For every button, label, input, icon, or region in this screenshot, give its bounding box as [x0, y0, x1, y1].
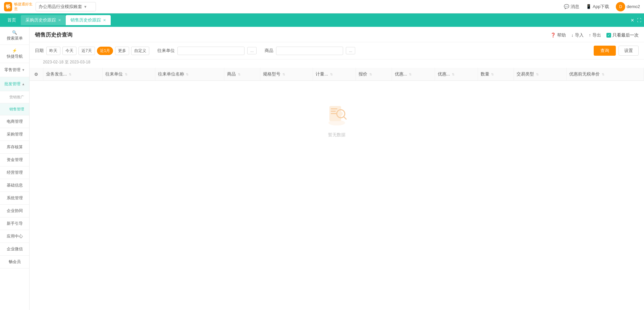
date-btn-more[interactable]: 更多	[115, 47, 129, 55]
table-col-settings[interactable]: ⚙	[30, 68, 43, 81]
table-col-discount1[interactable]: 优惠... ⇅	[392, 68, 435, 81]
message-button[interactable]: 💬 消息	[564, 4, 579, 10]
sidebar-item-system[interactable]: 系统管理	[0, 192, 29, 205]
tab-purchase-history-label: 采购历史价跟踪	[25, 17, 56, 23]
date-filter-label: 日期	[35, 48, 44, 54]
product-input[interactable]	[276, 47, 343, 55]
sidebar-item-enterprise[interactable]: 企业协同	[0, 205, 29, 217]
table-col-partner-name[interactable]: 往来单位名称 ⇅	[155, 68, 224, 81]
table-col-partner-code[interactable]: 往来单位 ⇅	[102, 68, 155, 81]
sort-icon: ⇅	[69, 72, 71, 76]
sidebar-item-purchase[interactable]: 采购管理	[0, 128, 29, 141]
app-selector[interactable]: 办公用品行业模拟账套 ▼	[36, 2, 96, 11]
table-col-trade-type[interactable]: 交易类型 ⇅	[514, 68, 567, 81]
table-col-quote-price-label: 报价	[359, 71, 367, 76]
sidebar-item-inventory[interactable]: 库存核算	[0, 141, 29, 154]
tab-bar: 首页 采购历史价跟踪 ✕ 销售历史价跟踪 ✕ ✕ ⛶	[0, 13, 644, 27]
help-icon: ❓	[550, 33, 556, 38]
sidebar-item-member[interactable]: 畅会员	[0, 256, 29, 268]
shortcut-icon: ⚡	[12, 48, 17, 53]
user-name: demo2	[627, 4, 640, 9]
table-col-quantity-label: 数量	[481, 71, 489, 76]
sidebar-item-ecommerce[interactable]: 电商管理	[0, 115, 29, 128]
sidebar-item-shortcut[interactable]: ⚡ 快捷导航	[0, 45, 29, 63]
top-right-actions: 💬 消息 📱 App下载 D demo2	[564, 2, 640, 11]
date-btn-custom[interactable]: 自定义	[131, 47, 149, 55]
import-button[interactable]: ↓ 导入	[571, 32, 584, 38]
app-download-label: App下载	[593, 4, 609, 10]
svg-rect-3	[331, 111, 336, 112]
date-btn-today[interactable]: 今天	[62, 47, 76, 55]
user-profile[interactable]: D demo2	[616, 2, 640, 11]
partner-input[interactable]	[177, 47, 245, 55]
product-filter-group: 商品 ...	[265, 47, 355, 55]
sort-icon: ⇅	[330, 72, 333, 76]
close-all-icon[interactable]: ✕	[631, 18, 634, 23]
export-button[interactable]: ↑ 导出	[589, 32, 601, 38]
content-area: 销售历史价查询 ❓ 帮助 ↓ 导入 ↑ 导出 ✓	[30, 27, 644, 310]
sidebar-item-marketing-label: 营销推广	[9, 95, 24, 100]
date-btn-1month[interactable]: 近1月	[97, 47, 113, 55]
settings-button[interactable]: 设置	[619, 46, 639, 56]
product-ellipsis-button[interactable]: ...	[346, 47, 355, 54]
date-range-display: 2023-02-18 至 2023-03-18	[43, 59, 90, 65]
product-filter-label: 商品	[265, 48, 273, 54]
tab-purchase-history[interactable]: 采购历史价跟踪 ✕	[21, 15, 66, 25]
app-download-button[interactable]: 📱 App下载	[586, 4, 609, 10]
table-col-spec[interactable]: 规格型号 ⇅	[260, 68, 313, 81]
download-icon: 📱	[586, 4, 591, 9]
table-col-biz-date[interactable]: 业务发生... ⇅	[43, 68, 102, 81]
sort-icon: ⇅	[125, 72, 127, 76]
tab-bar-right: ✕ ⛶	[631, 18, 641, 23]
maximize-icon[interactable]: ⛶	[637, 18, 641, 23]
sidebar-item-operations[interactable]: 经营管理	[0, 166, 29, 179]
help-button[interactable]: ❓ 帮助	[550, 32, 566, 38]
table-col-unit[interactable]: 计量... ⇅	[313, 68, 356, 81]
date-btn-yesterday[interactable]: 昨天	[46, 47, 60, 55]
chevron-down-icon: ▼	[84, 5, 87, 9]
sidebar-item-sales-mgmt[interactable]: 销售管理	[0, 103, 29, 115]
sidebar-item-wholesale-label: 批发管理	[4, 81, 20, 87]
date-btn-7days[interactable]: 近7天	[78, 47, 95, 55]
sidebar-item-operations-label: 经营管理	[7, 170, 23, 175]
tab-sales-history-close-icon[interactable]: ✕	[103, 18, 106, 22]
sort-icon: ⇅	[409, 72, 412, 76]
table-col-unit-label: 计量...	[316, 71, 328, 76]
table-col-biz-date-label: 业务发生...	[46, 71, 67, 76]
tab-home[interactable]: 首页	[3, 15, 21, 25]
sidebar-item-basic-info[interactable]: 基础信息	[0, 179, 29, 192]
tab-sales-history[interactable]: 销售历史价跟踪 ✕	[66, 15, 111, 25]
tab-purchase-history-close-icon[interactable]: ✕	[58, 18, 61, 22]
sidebar-item-corp-wechat[interactable]: 企业微信	[0, 243, 29, 256]
sidebar-item-search-label: 搜索菜单	[7, 36, 23, 41]
sidebar-item-newbie[interactable]: 新手引导	[0, 217, 29, 230]
sidebar-item-sales-mgmt-label: 销售管理	[9, 107, 24, 112]
only-last-checkbox-label[interactable]: ✓ 只看最后一次	[606, 32, 639, 38]
search-button[interactable]: 查询	[594, 46, 616, 56]
partner-filter-group: 往来单位 ...	[157, 47, 257, 55]
table-col-product[interactable]: 商品 ⇅	[224, 68, 260, 81]
table-col-quote-price[interactable]: 报价 ⇅	[356, 68, 392, 81]
sort-icon: ⇅	[452, 72, 454, 76]
sidebar-item-corp-wechat-label: 企业微信	[7, 246, 23, 252]
page-header: 销售历史价查询 ❓ 帮助 ↓ 导入 ↑ 导出 ✓	[30, 27, 644, 42]
message-icon: 💬	[564, 4, 569, 9]
sort-icon: ⇅	[282, 72, 285, 76]
sidebar-item-wholesale[interactable]: 批发管理 ▲	[0, 77, 29, 91]
empty-state: 暂无数据	[30, 81, 644, 158]
export-label: 导出	[592, 32, 601, 38]
partner-ellipsis-button[interactable]: ...	[247, 47, 257, 54]
sidebar-item-marketing[interactable]: 营销推广	[0, 91, 29, 103]
table-col-quantity[interactable]: 数量 ⇅	[478, 68, 514, 81]
sidebar-item-finance[interactable]: 资金管理	[0, 154, 29, 166]
table-col-pretax-price[interactable]: 优惠前无税单价 ⇅	[567, 68, 644, 81]
only-last-checkbox[interactable]: ✓	[606, 33, 611, 38]
sidebar-item-search[interactable]: 🔍 搜索菜单	[0, 27, 29, 45]
table-col-discount2[interactable]: 优惠... ⇅	[435, 68, 478, 81]
logo-icon: 畅	[4, 2, 12, 11]
sidebar-item-retail[interactable]: 零售管理 ▼	[0, 63, 29, 77]
message-label: 消息	[571, 4, 579, 10]
sidebar-item-inventory-label: 库存核算	[7, 144, 23, 150]
sidebar-item-app-center[interactable]: 应用中心	[0, 230, 29, 243]
tab-home-label: 首页	[7, 17, 16, 23]
